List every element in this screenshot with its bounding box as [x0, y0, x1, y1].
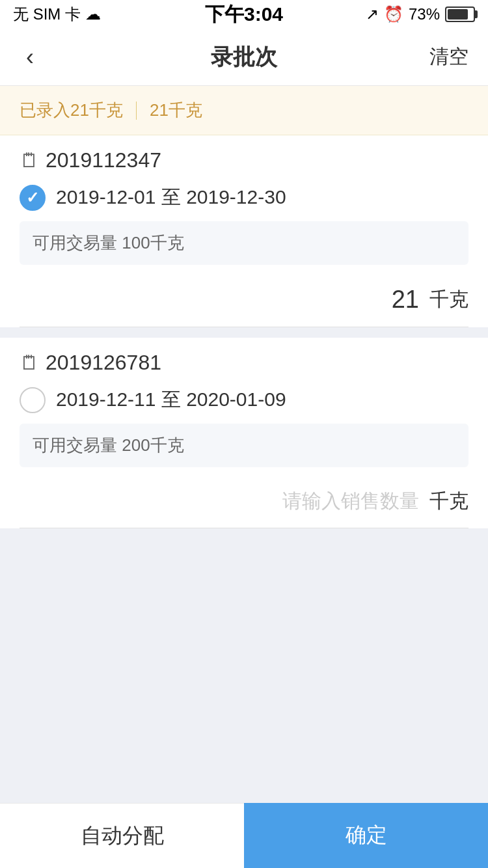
auto-distribute-button[interactable]: 自动分配: [0, 803, 244, 868]
alarm-icon: ⏰: [384, 5, 403, 23]
batch-1-amount-unit: 千克: [429, 286, 468, 313]
batch-2-availability: 可用交易量 200千克: [20, 424, 468, 467]
batch-icon-2: 🗒: [20, 352, 39, 374]
batch-2-input-unit: 千克: [429, 488, 468, 515]
batch-1-date-row: 2019-12-01 至 2019-12-30: [0, 179, 488, 221]
status-left: 无 SIM 卡 ☁: [13, 4, 101, 25]
sim-label: 无 SIM 卡 ☁: [13, 4, 101, 25]
batch-1-availability: 可用交易量 100千克: [20, 221, 468, 265]
batch-1-date: 2019-12-01 至 2019-12-30: [56, 184, 286, 211]
batch-2-header: 🗒 2019126781: [0, 338, 488, 381]
batch-2-date-row: 2019-12-11 至 2020-01-09: [0, 381, 488, 424]
recorded-label: 已录入21千克: [20, 99, 123, 122]
batch-icon-1: 🗒: [20, 150, 39, 172]
nav-bar: ‹ 录批次 清空: [0, 29, 488, 86]
batch-2-date: 2019-12-11 至 2020-01-09: [56, 387, 286, 413]
batch-id-1: 2019112347: [46, 148, 161, 172]
batch-1-amount-value: 21: [392, 286, 419, 314]
recorded-value: 21千克: [150, 99, 202, 122]
batch-item-1: 🗒 2019112347 2019-12-01 至 2019-12-30 可用交…: [0, 135, 488, 327]
batch-2-radio[interactable]: [20, 387, 46, 413]
battery-percent: 73%: [409, 5, 440, 23]
battery-icon: [445, 7, 475, 22]
status-right: ↗ ⏰ 73%: [366, 5, 475, 23]
batch-2-input-placeholder: 请输入销售数量: [20, 488, 419, 515]
batch-1-amount-row: 21 千克: [0, 275, 488, 327]
batch-id-2: 2019126781: [46, 351, 161, 375]
confirm-button[interactable]: 确定: [244, 803, 488, 868]
back-button[interactable]: ‹: [20, 37, 40, 77]
location-icon: ↗: [366, 5, 379, 23]
info-divider: [136, 102, 137, 120]
batch-1-radio[interactable]: [20, 185, 46, 211]
batch-2-input-row: 请输入销售数量 千克: [0, 478, 488, 528]
batch-item-2: 🗒 2019126781 2019-12-11 至 2020-01-09 可用交…: [0, 338, 488, 528]
info-banner: 已录入21千克 21千克: [0, 86, 488, 135]
status-bar: 无 SIM 卡 ☁ 下午3:04 ↗ ⏰ 73%: [0, 0, 488, 29]
page-title: 录批次: [211, 42, 277, 72]
status-time: 下午3:04: [205, 1, 283, 28]
clear-button[interactable]: 清空: [429, 44, 468, 70]
bottom-bar: 自动分配 确定: [0, 803, 488, 868]
section-divider-1: [0, 327, 488, 338]
batch-1-header: 🗒 2019112347: [0, 135, 488, 179]
